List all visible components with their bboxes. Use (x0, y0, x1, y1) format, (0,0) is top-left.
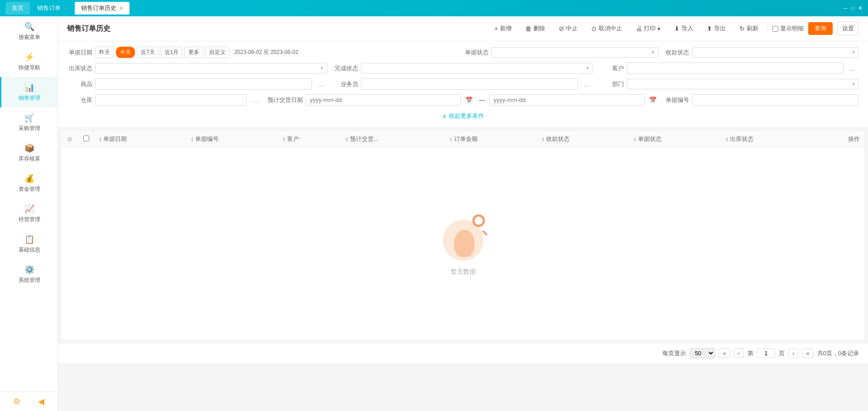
table-settings-icon[interactable]: ⚙ (67, 136, 72, 143)
export-button[interactable]: ⬆ 导出 (702, 22, 730, 35)
sidebar-item-basic-info[interactable]: 📋 基础信息 (0, 229, 58, 259)
salesperson-input[interactable] (361, 78, 578, 90)
customer-input[interactable] (627, 63, 844, 74)
table-col-bill-number: ↕ 单据编号 (186, 131, 278, 147)
bill-status-select[interactable]: ▾ (491, 47, 658, 58)
expected-date-from-input[interactable] (306, 94, 461, 106)
delete-icon: 🗑 (525, 25, 532, 32)
add-button[interactable]: + 新增 (490, 22, 516, 35)
window-minimize[interactable]: ─ (844, 5, 848, 11)
salesperson-ellipsis-button[interactable]: … (580, 79, 593, 89)
department-select[interactable]: ▾ (627, 79, 859, 89)
payment-status-select[interactable]: ▾ (692, 47, 859, 58)
customer-ellipsis-button[interactable]: … (846, 63, 859, 73)
cancel-stop-button[interactable]: ⊙ 取消中止 (587, 22, 627, 35)
refresh-label: 刷新 (747, 24, 758, 33)
import-button[interactable]: ⬇ 导入 (670, 22, 698, 35)
top-bar: 首页 销售订单 ✕ 销售订单历史 ✕ ─ □ ✕ (0, 0, 868, 16)
col-bill-number-label: ↕ 单据编号 (191, 135, 219, 142)
next-page-button[interactable]: › (788, 348, 798, 358)
tab-sales-order[interactable]: 销售订单 ✕ (31, 2, 74, 15)
stop-icon: ⊘ (559, 25, 564, 32)
complete-status-select[interactable]: ▾ (361, 63, 593, 73)
sidebar-bottom: ⚙ ◀ (0, 392, 58, 411)
delete-button[interactable]: 🗑 删除 (521, 22, 550, 35)
top-bar-right: ─ □ ✕ (844, 5, 863, 11)
tab-sales-order-history[interactable]: 销售订单历史 ✕ (75, 2, 129, 15)
tab-sales-order-close[interactable]: ✕ (63, 5, 67, 11)
export-label: 导出 (714, 24, 726, 33)
page-unit: 页 (779, 349, 785, 358)
sidebar: 🔍 搜索菜单 ⚡ 快捷导航 📊 销售管理 🛒 采购管理 📦 库存核算 💰 资金管… (0, 16, 58, 411)
settings-button[interactable]: 设置 (837, 22, 859, 35)
import-label: 导入 (681, 24, 693, 33)
col-order-amount-label: ↕ 订单金额 (450, 135, 478, 142)
filter-expected-date: 预计交货日期 📅 — 📅 (268, 94, 658, 106)
filter-bill-date: 单据日期 昨天 今天 近7天 近1月 更多 自定义 2023-06-02 至 2… (67, 47, 458, 58)
expected-date-to-input[interactable] (489, 94, 645, 106)
col-payment-status-label: ↕ 收款状态 (542, 135, 570, 142)
date-btn-today[interactable]: 今天 (116, 47, 135, 58)
product-label: 商品 (67, 80, 92, 88)
sidebar-item-operation[interactable]: 📈 经营管理 (0, 198, 58, 229)
current-page-input[interactable] (757, 348, 775, 358)
sidebar-item-basic-info-label: 基础信息 (19, 246, 40, 254)
sidebar-item-purchase-mgmt[interactable]: 🛒 采购管理 (0, 107, 58, 138)
bill-date-label: 单据日期 (67, 48, 92, 57)
sidebar-item-quick-nav-label: 快捷导航 (19, 64, 40, 72)
sidebar-item-search-menu[interactable]: 🔍 搜索菜单 (0, 16, 58, 47)
window-maximize[interactable]: □ (851, 5, 854, 11)
table-empty-row: 暂无数据 (62, 147, 864, 340)
last-page-button[interactable]: » (802, 348, 813, 358)
page-size-select[interactable]: 50 10 20 100 (690, 348, 715, 358)
bill-status-arrow-icon: ▾ (652, 49, 654, 55)
bill-number-input[interactable] (692, 94, 859, 106)
product-ellipsis-button[interactable]: … (315, 79, 327, 89)
query-button[interactable]: 查询 (808, 22, 833, 35)
stop-button[interactable]: ⊘ 中止 (554, 22, 582, 35)
filter-salesperson: 业务员 … (333, 78, 593, 90)
basic-info-icon: 📋 (24, 234, 34, 244)
sidebar-item-quick-nav[interactable]: ⚡ 快捷导航 (0, 47, 58, 77)
select-all-checkbox[interactable] (83, 135, 89, 141)
refresh-button[interactable]: ↻ 刷新 (735, 22, 763, 35)
collapse-sidebar-icon[interactable]: ◀ (38, 396, 44, 406)
page-title: 销售订单历史 (67, 24, 110, 34)
tab-home[interactable]: 首页 (5, 2, 30, 15)
filter-row-4: 仓库 … 预计交货日期 📅 — 📅 单据编号 (67, 94, 859, 106)
product-input[interactable] (95, 78, 312, 90)
date-btn-more[interactable]: 更多 (184, 47, 203, 58)
tab-sales-order-history-close[interactable]: ✕ (119, 5, 123, 11)
filter-row-1: 单据日期 昨天 今天 近7天 近1月 更多 自定义 2023-06-02 至 2… (67, 47, 859, 58)
filter-customer: 客户 … (599, 63, 859, 74)
window-close[interactable]: ✕ (858, 5, 863, 11)
show-detail-checkbox[interactable] (772, 26, 778, 32)
first-page-button[interactable]: « (719, 348, 730, 358)
prev-page-button[interactable]: ‹ (734, 348, 744, 358)
sidebar-item-inventory[interactable]: 📦 库存核算 (0, 138, 58, 168)
add-icon: + (494, 25, 498, 32)
page-header: 销售订单历史 + 新增 🗑 删除 ⊘ 中止 ⊙ 取消中止 (58, 16, 868, 41)
out-status-select[interactable]: ▾ (95, 63, 327, 73)
date-btn-1month[interactable]: 近1月 (161, 47, 183, 58)
sidebar-item-finance[interactable]: 💰 资金管理 (0, 168, 58, 198)
warehouse-input[interactable] (95, 94, 247, 106)
col-out-status-label: ↕ 出库状态 (725, 135, 753, 142)
warehouse-ellipsis-button[interactable]: … (249, 95, 262, 105)
purchase-mgmt-icon: 🛒 (24, 113, 34, 123)
col-operation-label: 操作 (848, 135, 860, 142)
import-icon: ⬇ (674, 25, 680, 32)
col-bill-date-label: ↕ 单据日期 (99, 135, 127, 142)
date-buttons: 昨天 今天 近7天 近1月 更多 自定义 (95, 47, 230, 58)
sidebar-item-sales-mgmt[interactable]: 📊 销售管理 (0, 77, 58, 107)
print-button[interactable]: 🖨 打印 ▾ (631, 22, 665, 35)
date-btn-7days[interactable]: 近7天 (137, 47, 159, 58)
settings-bottom-icon[interactable]: ⚙ (13, 396, 20, 406)
table-col-bill-status: ↕ 单据状态 (629, 131, 721, 147)
sidebar-item-system[interactable]: ⚙️ 系统管理 (0, 259, 58, 290)
tab-sales-order-history-label: 销售订单历史 (81, 4, 116, 12)
filter-collapse[interactable]: ∧ 收起更多条件 (67, 110, 859, 122)
date-btn-custom[interactable]: 自定义 (205, 47, 230, 58)
date-btn-yesterday[interactable]: 昨天 (95, 47, 114, 58)
page-size-label: 每页显示 (662, 349, 686, 358)
